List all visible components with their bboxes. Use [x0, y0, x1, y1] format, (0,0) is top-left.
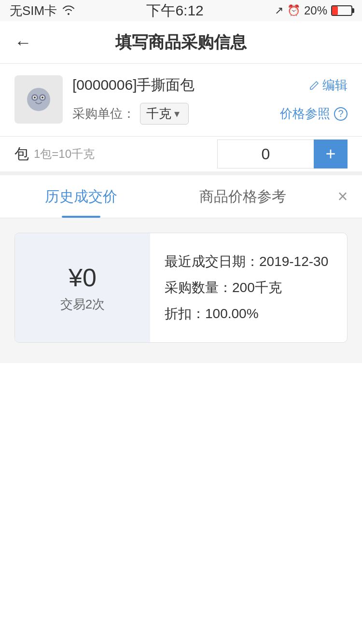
price-card: ¥0 交易2次 最近成交日期：2019-12-30 采购数量：200千克 折扣：…	[14, 233, 348, 343]
header: ← 填写商品采购信息	[0, 21, 362, 64]
recent-date: 最近成交日期：2019-12-30	[165, 252, 333, 271]
quantity-input[interactable]	[217, 140, 314, 168]
help-icon: ?	[334, 107, 348, 121]
edit-label: 编辑	[322, 77, 348, 94]
edit-button[interactable]: 编辑	[309, 77, 348, 94]
price-ref-label: 价格参照	[280, 105, 330, 122]
unit-selector-group: 采购单位： 千克 ▾	[72, 103, 189, 125]
history-price-content: ¥0 交易2次 最近成交日期：2019-12-30 采购数量：200千克 折扣：…	[0, 218, 362, 363]
tab-product-price-ref[interactable]: 商品价格参考	[162, 175, 323, 218]
svg-point-5	[34, 97, 36, 98]
page-title: 填写商品采购信息	[115, 31, 247, 54]
price-summary: ¥0 交易2次	[15, 233, 150, 342]
location-icon: ↗	[275, 4, 283, 17]
tab-history-price[interactable]: 历史成交价	[0, 175, 162, 218]
unit-value: 千克	[146, 105, 171, 122]
product-header-row: [0000006]手撕面包 编辑	[72, 75, 348, 95]
price-details: 最近成交日期：2019-12-30 采购数量：200千克 折扣：100.00%	[150, 233, 347, 342]
product-unit-row: 采购单位： 千克 ▾ 价格参照 ?	[72, 103, 348, 125]
price-reference-button[interactable]: 价格参照 ?	[280, 105, 348, 122]
unit-label: 采购单位：	[72, 105, 135, 122]
tab-close-button[interactable]: ×	[323, 175, 362, 218]
status-left: 无SIM卡	[10, 2, 75, 19]
status-right: ↗ ⏰ 20%	[275, 4, 352, 17]
carrier-text: 无SIM卡	[10, 2, 57, 19]
tabs-container: 历史成交价 商品价格参考 ×	[0, 175, 362, 218]
bottom-space	[0, 363, 362, 644]
product-image	[14, 75, 63, 124]
quantity-plus-button[interactable]: +	[314, 140, 348, 168]
svg-point-6	[42, 97, 43, 98]
svg-point-0	[27, 88, 50, 111]
battery-text: 20%	[304, 4, 327, 17]
product-info: [0000006]手撕面包 编辑 采购单位： 千克 ▾ 价格参照 ?	[72, 75, 348, 125]
purchase-quantity: 采购数量：200千克	[165, 279, 333, 297]
tab-price-ref-label: 商品价格参考	[199, 187, 286, 207]
status-bar: 无SIM卡 下午6:12 ↗ ⏰ 20%	[0, 0, 362, 21]
trade-count: 交易2次	[60, 296, 105, 313]
back-button[interactable]: ←	[14, 32, 32, 53]
tab-history-label: 历史成交价	[45, 187, 117, 207]
unit-select[interactable]: 千克 ▾	[140, 103, 189, 125]
discount: 折扣：100.00%	[165, 305, 333, 323]
tab-active-indicator	[62, 216, 100, 218]
quantity-conversion: 1包=10千克	[34, 146, 95, 162]
product-name: [0000006]手撕面包	[72, 75, 195, 95]
dropdown-arrow-icon: ▾	[174, 108, 180, 120]
wifi-icon	[62, 3, 75, 18]
quantity-label: 包 1包=10千克	[14, 144, 95, 164]
quantity-section: 包 1包=10千克 +	[0, 137, 362, 175]
alarm-icon: ⏰	[287, 4, 300, 17]
tabs-header: 历史成交价 商品价格参考 ×	[0, 175, 362, 218]
product-card: [0000006]手撕面包 编辑 采购单位： 千克 ▾ 价格参照 ?	[0, 64, 362, 137]
quantity-unit-badge: 包	[14, 144, 29, 164]
quantity-control: +	[217, 140, 348, 168]
battery-icon	[331, 5, 352, 16]
price-amount: ¥0	[69, 263, 97, 292]
status-time: 下午6:12	[146, 1, 203, 21]
